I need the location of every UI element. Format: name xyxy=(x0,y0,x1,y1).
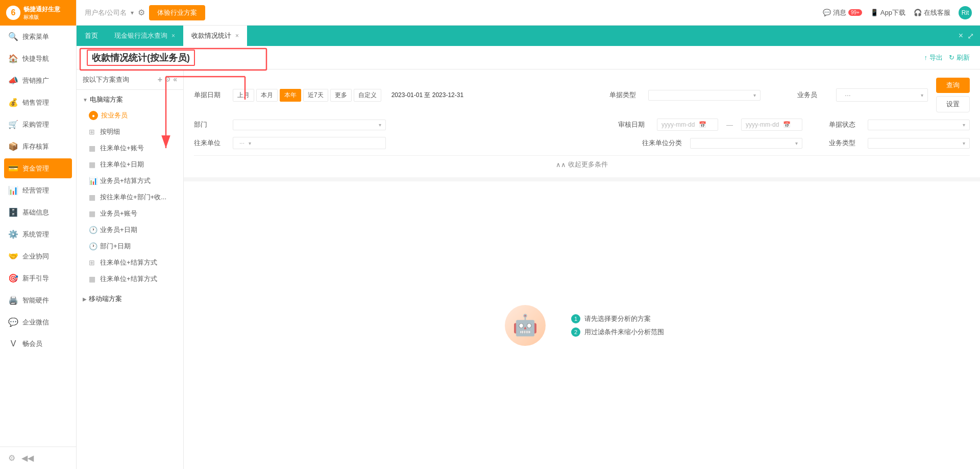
sidebar-item-base[interactable]: 🗄️ 基础信息 xyxy=(0,201,76,223)
date-btn-more[interactable]: 更多 xyxy=(330,89,352,102)
app-name: 畅捷通好生意 xyxy=(23,5,60,14)
partner-category-select[interactable]: ▾ xyxy=(690,138,802,149)
date-btn-custom[interactable]: 自定义 xyxy=(354,89,381,102)
breadcrumb-chevron-icon[interactable]: ▾ xyxy=(131,9,134,16)
sidebar-item-marketing-label: 营销推广 xyxy=(22,76,49,85)
scheme-item-partner-dept[interactable]: ▦ 按往来单位+部门+收... xyxy=(77,189,183,205)
sidebar-item-inventory[interactable]: 📦 库存核算 xyxy=(0,135,76,157)
footer-settings-icon[interactable]: ⚙ xyxy=(8,453,15,463)
export-label: 导出 xyxy=(929,53,943,62)
sidebar-item-operations[interactable]: 📊 经营管理 xyxy=(0,179,76,201)
scheme-item-partner-account[interactable]: ▦ 往来单位+账号 xyxy=(77,140,183,156)
partner-select[interactable]: ··· ▾ xyxy=(233,137,386,149)
app-download-btn[interactable]: 📱 App下载 xyxy=(870,8,905,17)
sidebar-item-operations-label: 经营管理 xyxy=(22,186,49,195)
scheme-group-mobile-title[interactable]: ▶ 移动端方案 xyxy=(77,291,183,307)
tab-receipts-close-icon[interactable]: × xyxy=(235,32,239,39)
partner-account-icon: ▦ xyxy=(89,144,97,152)
sidebar-item-quicknav[interactable]: 🏠 快捷导航 xyxy=(0,48,76,69)
query-button[interactable]: 查询 xyxy=(936,78,970,93)
partner-more-icon[interactable]: ··· xyxy=(239,139,244,147)
sidebar-item-member[interactable]: V 畅会员 xyxy=(0,333,76,355)
review-date-from-input[interactable]: yyyy-mm-dd 📅 xyxy=(657,119,718,131)
sidebar-item-enterprise[interactable]: 🤝 企业协同 xyxy=(0,245,76,267)
scheme-item-salesperson-settlement[interactable]: 📊 业务员+结算方式 xyxy=(77,173,183,189)
date-btn-last-month[interactable]: 上月 xyxy=(233,89,254,102)
sidebar-item-marketing[interactable]: 📣 营销推广 xyxy=(0,69,76,91)
calendar-from-icon[interactable]: 📅 xyxy=(699,121,706,128)
doc-type-select[interactable]: ▾ xyxy=(648,90,761,101)
sidebar-item-wechat[interactable]: 💬 企业微信 xyxy=(0,311,76,333)
tab-close-all-icon[interactable]: × xyxy=(959,31,963,40)
avatar-text: Rit xyxy=(959,6,972,19)
content-area: 按以下方案查询 + ⚙ « ▼ 电脑端方案 ● 按业务员 xyxy=(77,69,980,469)
tab-home[interactable]: 首页 xyxy=(77,26,106,46)
sidebar-item-purchase[interactable]: 🛒 采购管理 xyxy=(0,113,76,135)
scheme-item-partner-settlement1[interactable]: ⊞ 往来单位+结算方式 xyxy=(77,254,183,271)
user-avatar[interactable]: Rit xyxy=(959,6,972,19)
date-btn-last-7-days[interactable]: 近7天 xyxy=(303,89,328,102)
collapse-panel-icon[interactable]: « xyxy=(173,75,177,84)
sidebar-item-system[interactable]: ⚙️ 系统管理 xyxy=(0,223,76,245)
collapse-filter-btn[interactable]: ∧∧ 收起更多条件 xyxy=(194,155,970,173)
tab-receipts[interactable]: 收款情况统计 × xyxy=(183,26,247,46)
partner-arrow-icon: ▾ xyxy=(249,140,251,146)
sidebar-item-finance[interactable]: 💳 资金管理 xyxy=(4,158,72,178)
tab-home-label: 首页 xyxy=(85,31,98,40)
date-btn-this-year[interactable]: 本年 xyxy=(280,89,301,102)
refresh-btn[interactable]: ↻ 刷新 xyxy=(949,53,970,62)
date-btn-this-month[interactable]: 本月 xyxy=(256,89,278,102)
scheme-item-dept-date[interactable]: 🕐 部门+日期 xyxy=(77,238,183,254)
tab-expand-icon[interactable]: ⤢ xyxy=(967,31,974,41)
biz-type-select[interactable]: ▾ xyxy=(868,138,970,149)
step-2-num: 2 xyxy=(571,327,580,337)
tab-cashflow-close-icon[interactable]: × xyxy=(172,32,175,39)
app-download-label: App下载 xyxy=(880,8,905,17)
salesperson-more-icon[interactable]: ··· xyxy=(845,91,851,99)
header-gear-icon[interactable]: ⚙ xyxy=(138,8,145,17)
collapse-filter-label: 收起更多条件 xyxy=(568,160,608,169)
hardware-icon: 🖨️ xyxy=(8,295,18,305)
scheme-group-pc-label: 电脑端方案 xyxy=(90,95,123,104)
biz-type-label: 业务类型 xyxy=(829,138,860,148)
active-scheme-dot: ● xyxy=(89,111,98,120)
calendar-to-icon[interactable]: 📅 xyxy=(783,121,791,128)
page-actions: ↑ 导出 ↻ 刷新 xyxy=(924,53,970,62)
header-right: 💬 消息 99+ 📱 App下载 🎧 在线客服 Rit xyxy=(823,6,972,19)
empty-state: 🤖 1 请先选择要分析的方案 2 用过滤条件来缩小分析范围 xyxy=(184,181,980,469)
breadcrumb: 用户名/公司名 xyxy=(85,8,127,17)
group-mobile-arrow-icon: ▶ xyxy=(83,296,87,302)
scheme-settings-icon[interactable]: ⚙ xyxy=(164,75,171,84)
sidebar-item-inventory-label: 库存核算 xyxy=(22,142,49,151)
scheme-group-pc-title[interactable]: ▼ 电脑端方案 xyxy=(77,92,183,107)
scheme-item-partner-date[interactable]: ▦ 往来单位+日期 xyxy=(77,156,183,173)
trial-button[interactable]: 体验行业方案 xyxy=(149,5,205,20)
settings-button[interactable]: 设置 xyxy=(936,96,970,112)
online-service-btn[interactable]: 🎧 在线客服 xyxy=(914,8,950,17)
scheme-item-salesperson-date-label: 业务员+日期 xyxy=(100,225,137,235)
messages-btn[interactable]: 💬 消息 99+ xyxy=(823,8,862,17)
dept-select[interactable]: ▾ xyxy=(233,120,386,130)
sidebar-item-search[interactable]: 🔍 搜索菜单 xyxy=(0,26,76,48)
add-scheme-icon[interactable]: + xyxy=(158,75,162,84)
sidebar-item-wechat-label: 企业微信 xyxy=(22,318,49,327)
sidebar-item-member-label: 畅会员 xyxy=(22,339,42,348)
scheme-item-partner-settlement2[interactable]: ▦ 往来单位+结算方式 xyxy=(77,271,183,287)
scheme-item-salesperson-date[interactable]: 🕐 业务员+日期 xyxy=(77,222,183,238)
empty-step-1: 1 请先选择要分析的方案 xyxy=(571,314,664,323)
review-date-to-input[interactable]: yyyy-mm-dd 📅 xyxy=(741,119,802,131)
scheme-item-by-salesperson[interactable]: ● 按业务员 xyxy=(77,107,183,124)
salesperson-select[interactable]: ··· ▾ xyxy=(836,88,928,102)
sidebar-item-guide[interactable]: 🎯 新手引导 xyxy=(0,267,76,289)
partner-date-icon: ▦ xyxy=(89,160,97,169)
sidebar-item-sales[interactable]: 💰 销售管理 xyxy=(0,91,76,113)
footer-collapse-icon[interactable]: ◀◀ xyxy=(21,453,34,463)
scheme-item-by-detail[interactable]: ⊞ 按明细 xyxy=(77,124,183,140)
export-btn[interactable]: ↑ 导出 xyxy=(924,53,943,62)
tab-cashflow[interactable]: 现金银行流水查询 × xyxy=(106,26,183,46)
doc-status-select[interactable]: ▾ xyxy=(868,120,970,130)
scheme-item-salesperson-account[interactable]: ▦ 业务员+账号 xyxy=(77,205,183,222)
sidebar-item-search-label: 搜索菜单 xyxy=(22,32,49,41)
sidebar-item-hardware[interactable]: 🖨️ 智能硬件 xyxy=(0,289,76,311)
online-service-label: 在线客服 xyxy=(924,8,950,17)
